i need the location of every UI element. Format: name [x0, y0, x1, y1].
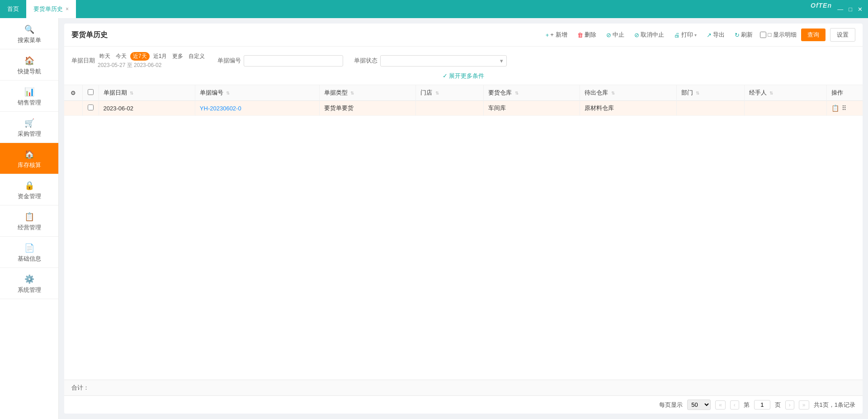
finance-icon: 🔒 [24, 181, 34, 190]
top-bar: 首页 要货单历史 × OfTEn — □ ✕ [0, 0, 868, 18]
select-all-checkbox[interactable] [88, 89, 94, 95]
date-btns: 昨天 今天 近7天 近1月 更多 自定义 [98, 52, 207, 61]
query-button[interactable]: 查询 [801, 29, 826, 41]
stop-icon: ⊘ [606, 32, 611, 38]
sort-store-icon: ⇅ [435, 90, 439, 95]
table-footer: 合计： [64, 380, 863, 395]
th-check[interactable] [82, 85, 99, 101]
filter-group-date: 单据日期 昨天 今天 近7天 近1月 更多 自定义 2023-05-27 至 2… [71, 52, 207, 69]
sidebar-item-inventory[interactable]: 🏠 库存核算 [0, 143, 58, 174]
delete-icon: 🗑 [577, 32, 583, 38]
display-detail-checkbox[interactable] [760, 32, 766, 38]
td-check[interactable] [82, 101, 99, 116]
action-edit-icon[interactable]: 📋 [831, 105, 839, 112]
billno-link[interactable]: YH-20230602-0 [200, 105, 241, 112]
tab-close-icon[interactable]: × [66, 6, 69, 12]
operations-icon: 📋 [24, 212, 34, 222]
th-billno-label: 单据编号 [200, 89, 223, 96]
billno-label: 单据编号 [217, 57, 241, 65]
billno-input[interactable] [244, 55, 343, 67]
basic-icon: 📄 [24, 243, 34, 253]
date-btn-more[interactable]: 更多 [170, 52, 185, 61]
th-out-warehouse-label: 待出仓库 [585, 89, 608, 96]
last-page-btn[interactable]: » [799, 400, 809, 409]
sidebar: 🔍 搜索菜单 🏠 快捷导航 📊 销售管理 🛒 采购管理 🏠 库存核算 🔒 资金管… [0, 18, 59, 419]
status-select[interactable] [380, 55, 507, 67]
cancel-stop-button[interactable]: ⊘ 取消中止 [632, 29, 667, 41]
sidebar-item-finance[interactable]: 🔒 资金管理 [0, 174, 58, 205]
th-billtype-label: 单据类型 [324, 89, 348, 96]
th-req-warehouse[interactable]: 要货仓库 ⇅ [483, 85, 580, 101]
sidebar-item-basic[interactable]: 📄 基础信息 [0, 237, 58, 268]
jump-label: 第 [744, 401, 750, 409]
sort-dept-icon: ⇅ [696, 90, 699, 95]
tab-active[interactable]: 要货单历史 × [26, 0, 76, 18]
th-handler[interactable]: 经手人 ⇅ [744, 85, 826, 101]
stop-button[interactable]: ⊘ 中止 [604, 29, 627, 41]
td-setting [64, 101, 82, 116]
th-billno[interactable]: 单据编号 ⇅ [195, 85, 319, 101]
td-out-warehouse: 原材料仓库 [580, 101, 676, 116]
td-billno[interactable]: YH-20230602-0 [195, 101, 319, 116]
th-handler-label: 经手人 [749, 89, 767, 96]
action-more-icon[interactable]: ⠿ [842, 105, 846, 112]
th-billtype[interactable]: 单据类型 ⇅ [319, 85, 415, 101]
export-label: 导出 [713, 31, 725, 39]
window-maximize-icon[interactable]: □ [849, 6, 852, 13]
delete-button[interactable]: 🗑 删除 [575, 29, 599, 41]
cancel-stop-label: 取消中止 [641, 31, 664, 39]
column-settings-icon[interactable]: ⚙ [71, 90, 76, 96]
sidebar-item-search[interactable]: 🔍 搜索菜单 [0, 18, 58, 49]
next-page-btn[interactable]: › [785, 400, 794, 409]
print-dropdown-icon: ▾ [694, 33, 697, 38]
refresh-button[interactable]: ↻ 刷新 [732, 29, 755, 41]
expand-more-btn[interactable]: ✓ 展开更多条件 [71, 69, 855, 81]
td-req-warehouse: 车间库 [483, 101, 580, 116]
print-button[interactable]: 🖨 打印 ▾ [671, 29, 699, 41]
date-btn-today[interactable]: 今天 [114, 52, 128, 61]
date-btn-custom[interactable]: 自定义 [187, 52, 207, 61]
page-header: 要货单历史 + + 新增 🗑 删除 ⊘ 中止 ⊘ [64, 24, 863, 47]
th-setting[interactable]: ⚙ [64, 85, 82, 101]
sidebar-item-quicknav[interactable]: 🏠 快捷导航 [0, 49, 58, 81]
sidebar-item-purchase[interactable]: 🛒 采购管理 [0, 112, 58, 143]
sidebar-item-operations[interactable]: 📋 经营管理 [0, 205, 58, 237]
page-size-select[interactable]: 50 100 200 [687, 400, 711, 410]
export-icon: ↗ [707, 32, 712, 38]
date-btn-7days[interactable]: 近7天 [130, 52, 150, 61]
new-button[interactable]: + + 新增 [543, 29, 570, 41]
total-label: 共1页，1条记录 [814, 401, 855, 409]
system-icon: ⚙️ [24, 274, 34, 284]
sidebar-label-system: 系统管理 [18, 286, 41, 294]
display-detail-toggle[interactable]: □ 显示明细 [760, 31, 797, 39]
refresh-label: 刷新 [741, 31, 753, 39]
tab-home[interactable]: 首页 [0, 0, 26, 18]
td-store [415, 101, 483, 116]
date-btn-1month[interactable]: 近1月 [151, 52, 169, 61]
th-out-warehouse[interactable]: 待出仓库 ⇅ [580, 85, 676, 101]
first-page-btn[interactable]: « [715, 400, 726, 409]
cancel-stop-icon: ⊘ [634, 32, 639, 38]
th-dept[interactable]: 部门 ⇅ [676, 85, 744, 101]
prev-page-btn[interactable]: ‹ [730, 400, 739, 409]
sidebar-item-sales[interactable]: 📊 销售管理 [0, 81, 58, 112]
filter-area: 单据日期 昨天 今天 近7天 近1月 更多 自定义 2023-05-27 至 2… [64, 47, 863, 85]
window-close-icon[interactable]: ✕ [858, 6, 863, 13]
pagination-area: 每页显示 50 100 200 « ‹ 第 页 › » 共1页，1条记录 [64, 395, 863, 414]
window-minimize-icon[interactable]: — [837, 6, 843, 13]
th-req-warehouse-label: 要货仓库 [488, 89, 512, 96]
th-date[interactable]: 单据日期 ⇅ [99, 85, 195, 101]
th-store[interactable]: 门店 ⇅ [415, 85, 483, 101]
sort-billtype-icon: ⇅ [350, 90, 354, 95]
export-button[interactable]: ↗ 导出 [704, 29, 727, 41]
content: 要货单历史 + + 新增 🗑 删除 ⊘ 中止 ⊘ [59, 18, 868, 419]
top-bar-right: — □ ✕ [837, 6, 868, 13]
row-checkbox[interactable] [88, 105, 94, 110]
sort-date-icon: ⇅ [130, 90, 133, 95]
table-row: 2023-06-02 YH-20230602-0 要货单要货 车间库 原材料仓库 [64, 101, 863, 116]
sidebar-item-system[interactable]: ⚙️ 系统管理 [0, 268, 58, 299]
date-btn-yesterday[interactable]: 昨天 [98, 52, 112, 61]
page-input[interactable] [754, 400, 770, 409]
setting-button[interactable]: 设置 [830, 28, 855, 42]
sort-out-warehouse-icon: ⇅ [611, 90, 615, 95]
